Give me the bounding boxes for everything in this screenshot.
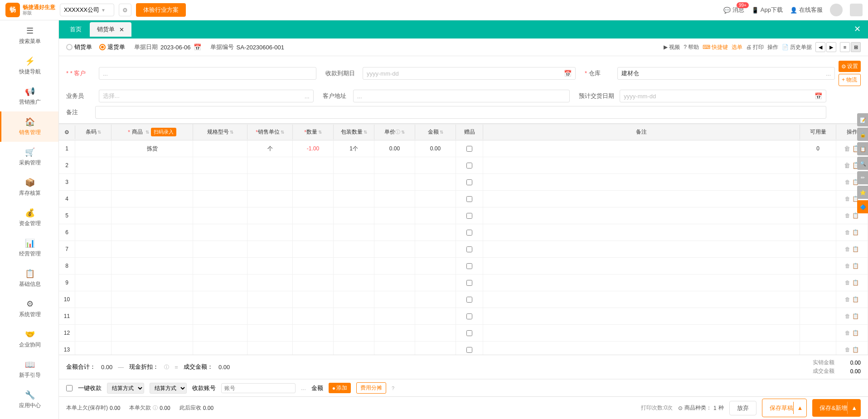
- save-new-arrow[interactable]: ▲: [847, 402, 861, 414]
- radio-return-order[interactable]: 退货单: [99, 43, 125, 51]
- rp-btn-5[interactable]: ✏: [857, 171, 868, 184]
- note-input[interactable]: [95, 106, 826, 119]
- copy-icon[interactable]: 📋: [852, 279, 859, 286]
- rp-btn-3[interactable]: 📋: [857, 142, 868, 155]
- sort-spec-icon[interactable]: ⇅: [230, 130, 233, 135]
- payment-calendar-icon[interactable]: 📅: [564, 70, 572, 77]
- delete-icon[interactable]: 🗑: [844, 145, 850, 152]
- app-download-button[interactable]: 📱 App下载: [752, 6, 783, 14]
- save-draft-arrow[interactable]: ▲: [793, 402, 807, 414]
- rp-btn-7[interactable]: 🔷: [857, 200, 868, 213]
- owe-info-icon[interactable]: ⓘ: [153, 405, 158, 411]
- row-gift-checkbox[interactable]: [466, 163, 472, 169]
- sidebar-item-quick-nav[interactable]: ⚡ 快捷导航: [0, 51, 58, 81]
- tab-home[interactable]: 首页: [63, 22, 89, 37]
- one-key-payment-checkbox[interactable]: [66, 385, 73, 391]
- company-selector[interactable]: XXXXXX公司 ▼: [60, 4, 114, 16]
- sidebar-item-sales[interactable]: 🏠 销售管理: [0, 111, 58, 142]
- tab-close-icon[interactable]: ✕: [119, 26, 124, 33]
- row-1-qty[interactable]: -1.00: [293, 140, 334, 157]
- row-goods[interactable]: [112, 157, 193, 173]
- operation-btn[interactable]: 操作: [767, 43, 778, 51]
- calendar-icon[interactable]: 📅: [194, 43, 201, 51]
- delete-icon[interactable]: 🗑: [845, 229, 850, 236]
- delete-icon[interactable]: 🗑: [845, 330, 850, 336]
- sort-pack-icon[interactable]: ⇅: [364, 130, 367, 135]
- row-barcode[interactable]: [75, 157, 112, 173]
- sidebar-item-finance[interactable]: 💰 资金管理: [0, 202, 58, 233]
- discount-info-icon[interactable]: ⓘ: [164, 364, 169, 371]
- video-btn[interactable]: ▶ 视频: [664, 43, 680, 51]
- customer-input[interactable]: ...: [99, 67, 316, 80]
- sort-goods-icon[interactable]: ⇅: [145, 130, 149, 135]
- radio-sales-order[interactable]: 销货单: [66, 43, 92, 51]
- sidebar-item-collab[interactable]: 🤝 企业协同: [0, 324, 58, 354]
- row-1-gift[interactable]: [456, 140, 483, 157]
- account-input[interactable]: [221, 383, 296, 393]
- sidebar-item-apps[interactable]: 🔧 应用中心: [0, 385, 58, 415]
- delete-icon[interactable]: 🗑: [844, 162, 850, 169]
- scan-button[interactable]: 扫码录入: [151, 128, 176, 136]
- row-1-gift-checkbox[interactable]: [466, 146, 472, 152]
- dots-icon[interactable]: ...: [301, 385, 306, 391]
- row-1-remark[interactable]: [483, 140, 800, 157]
- delivery-calendar-icon[interactable]: 📅: [815, 92, 822, 100]
- sidebar-item-guide[interactable]: 📖 新手引导: [0, 354, 58, 385]
- save-new-button[interactable]: 保存&新增 ▲: [812, 399, 861, 417]
- sidebar-item-system[interactable]: ⚙ 系统管理: [0, 294, 58, 324]
- row-1-spec[interactable]: [193, 140, 247, 157]
- copy-icon[interactable]: 📋: [852, 212, 859, 219]
- sidebar-item-purchase[interactable]: 🛒 采购管理: [0, 142, 58, 172]
- warehouse-input[interactable]: 建材仓 ...: [617, 67, 835, 80]
- delete-icon[interactable]: 🗑: [845, 279, 850, 286]
- prev-arrow[interactable]: ◀: [815, 42, 825, 52]
- row-spec[interactable]: [193, 157, 247, 173]
- th-settings[interactable]: ⚙: [59, 125, 75, 139]
- calc-method-select[interactable]: 结算方式: [107, 383, 144, 394]
- payment-date-input[interactable]: yyyy-mm-dd 📅: [363, 67, 576, 80]
- trial-button[interactable]: 体验行业方案: [136, 3, 186, 17]
- row-1-unit[interactable]: 个: [247, 140, 293, 157]
- delete-icon[interactable]: 🗑: [845, 263, 850, 269]
- copy-icon[interactable]: 📋: [852, 246, 859, 252]
- logistics-btn[interactable]: + 物流: [839, 74, 861, 86]
- window-close-icon[interactable]: ✕: [854, 24, 861, 34]
- history-btn[interactable]: 📄 历史单据: [782, 43, 812, 51]
- sort-qty-icon[interactable]: ⇅: [318, 130, 322, 135]
- list-view-btn[interactable]: ≡: [840, 42, 850, 52]
- online-service-button[interactable]: 👤 在线客服: [790, 6, 823, 14]
- sort-barcode-icon[interactable]: ⇅: [97, 130, 101, 135]
- help-btn[interactable]: ? 帮助: [684, 43, 699, 51]
- sidebar-item-basics[interactable]: 📋 基础信息: [0, 263, 58, 294]
- salesperson-input[interactable]: 选择... ...: [99, 90, 314, 102]
- row-1-amount[interactable]: 0.00: [415, 140, 456, 157]
- rp-btn-4[interactable]: 🔍: [857, 157, 868, 170]
- delete-icon[interactable]: 🗑: [845, 313, 850, 319]
- sort-amount-icon[interactable]: ⇅: [440, 130, 443, 135]
- delete-icon[interactable]: 🗑: [845, 246, 850, 252]
- message-button[interactable]: 💬 消息 99+: [723, 6, 744, 14]
- row-gift[interactable]: [456, 157, 483, 173]
- rp-btn-1[interactable]: 📝: [857, 113, 868, 126]
- row-1-pack[interactable]: 1个: [334, 140, 374, 157]
- row-1-barcode[interactable]: [75, 140, 112, 157]
- copy-icon[interactable]: 📋: [852, 296, 859, 303]
- row-pack[interactable]: [334, 157, 374, 173]
- save-draft-button[interactable]: 保存草稿 ▲: [762, 399, 807, 417]
- question-icon[interactable]: ?: [392, 385, 394, 391]
- grid-view-btn[interactable]: ⊞: [851, 42, 861, 52]
- sidebar-item-inventory[interactable]: 📦 库存核算: [0, 172, 58, 202]
- row-unit[interactable]: [247, 157, 293, 173]
- add-payment-button[interactable]: ● 添加: [329, 383, 351, 393]
- price-info-icon[interactable]: ⓘ: [395, 129, 400, 135]
- sidebar-item-marketing[interactable]: 📢 营销推广: [0, 81, 58, 111]
- copy-icon[interactable]: 📋: [852, 347, 859, 353]
- sort-unit-icon[interactable]: ⇅: [281, 130, 284, 135]
- copy-icon[interactable]: 📋: [852, 330, 859, 336]
- delete-icon[interactable]: 🗑: [845, 179, 850, 185]
- abandon-button[interactable]: 放弃: [729, 401, 756, 415]
- sidebar-item-search[interactable]: ☰ 搜索菜单: [0, 20, 58, 51]
- copy-icon[interactable]: 📋: [852, 229, 859, 236]
- row-amount[interactable]: [415, 157, 456, 173]
- print-btn[interactable]: 🖨 打印: [746, 43, 764, 51]
